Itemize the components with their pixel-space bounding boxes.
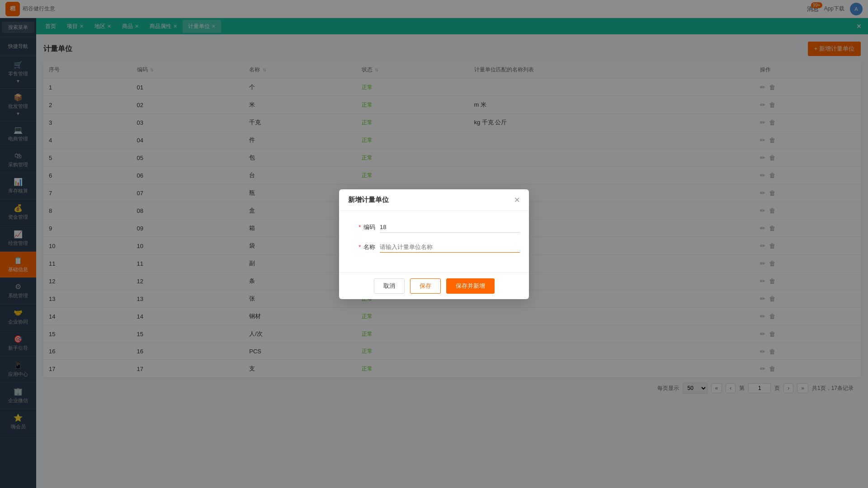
modal-body: * 编码 * 名称: [339, 211, 529, 272]
modal-overlay[interactable]: 新增计量单位 ✕ * 编码 * 名称 取消 保存 保存并新增: [0, 0, 868, 488]
name-label: * 名称: [348, 243, 375, 251]
modal-title: 新增计量单位: [348, 196, 389, 204]
form-row-name: * 名称: [348, 242, 520, 253]
modal-close-button[interactable]: ✕: [514, 196, 520, 204]
cancel-button[interactable]: 取消: [374, 278, 405, 294]
modal-footer: 取消 保存 保存并新增: [339, 272, 529, 299]
required-star-code: *: [359, 224, 361, 230]
name-input[interactable]: [380, 242, 520, 253]
save-button[interactable]: 保存: [410, 278, 441, 294]
add-unit-modal: 新增计量单位 ✕ * 编码 * 名称 取消 保存 保存并新增: [339, 189, 529, 299]
code-input[interactable]: [380, 222, 520, 233]
required-star-name: *: [359, 244, 361, 250]
code-label: * 编码: [348, 223, 375, 231]
form-row-code: * 编码: [348, 222, 520, 233]
modal-header: 新增计量单位 ✕: [339, 189, 529, 211]
save-and-new-button[interactable]: 保存并新增: [446, 278, 495, 294]
